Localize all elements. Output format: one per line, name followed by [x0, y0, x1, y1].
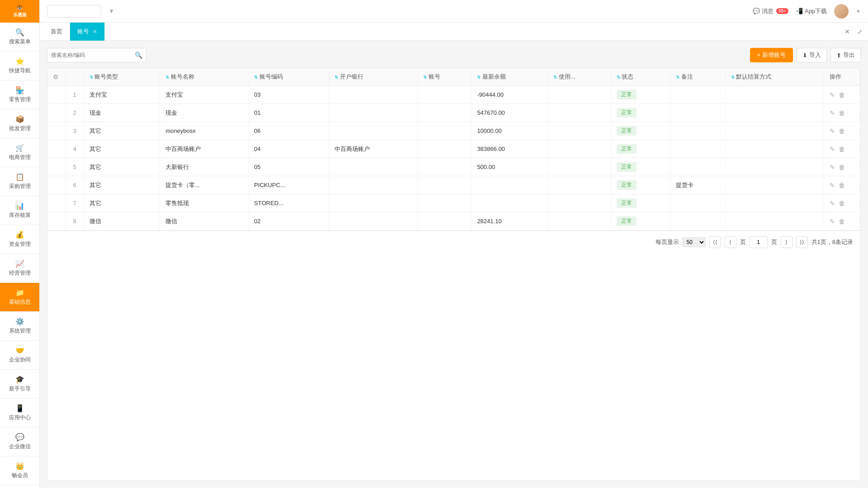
- sidebar-item-finance-mgmt[interactable]: 💰 资金管理: [0, 225, 39, 254]
- user-info-arrow[interactable]: ▼: [856, 9, 861, 14]
- col-account-name[interactable]: ⇅ 账号名称: [160, 68, 249, 86]
- delete-icon[interactable]: 🗑: [839, 218, 845, 225]
- page-first-button[interactable]: ⟨⟨: [709, 236, 721, 248]
- delete-icon[interactable]: 🗑: [839, 145, 845, 153]
- col-usage[interactable]: ⇅ 使用...: [548, 68, 611, 86]
- search-input[interactable]: [51, 52, 135, 58]
- cell-num: 3: [66, 122, 84, 140]
- sidebar-item-basic-info[interactable]: 📁 基础信息: [0, 283, 39, 312]
- delete-icon[interactable]: 🗑: [839, 164, 845, 171]
- per-page-select[interactable]: 50 100 200: [683, 237, 706, 247]
- search-icon[interactable]: 🔍: [135, 52, 142, 59]
- ecommerce-icon: 🛒: [15, 144, 24, 152]
- edit-icon[interactable]: ✎: [830, 145, 835, 153]
- edit-icon[interactable]: ✎: [830, 182, 835, 189]
- edit-icon[interactable]: ✎: [830, 91, 835, 99]
- tab-close-icon[interactable]: ✕: [93, 28, 97, 35]
- cell-remark: [670, 140, 726, 158]
- cell-account-code: 02: [249, 212, 329, 230]
- sidebar-item-retail-mgmt[interactable]: 🏪 零售管理: [0, 80, 39, 109]
- cell-usage: [548, 194, 611, 212]
- status-badge: 正常: [617, 162, 637, 172]
- cell-status: 正常: [611, 104, 670, 122]
- cell-num: 7: [66, 194, 84, 212]
- sidebar-item-enterprise-agreement[interactable]: 🤝 企业协同: [0, 341, 39, 370]
- edit-icon[interactable]: ✎: [830, 200, 835, 207]
- sidebar-item-member[interactable]: 👑 畅会员: [0, 456, 39, 485]
- cell-remark: [670, 86, 726, 104]
- app-download-button[interactable]: 📲 App下载: [796, 7, 827, 15]
- sidebar-item-operations-mgmt[interactable]: 📈 经营管理: [0, 254, 39, 283]
- cell-num: 1: [66, 86, 84, 104]
- sidebar-item-ecommerce-mgmt[interactable]: 🛒 电商管理: [0, 138, 39, 167]
- cell-settings: [47, 176, 66, 194]
- notification-badge: 99+: [776, 8, 788, 14]
- tab-home[interactable]: 首页: [43, 23, 70, 41]
- export-button[interactable]: ⬆ 导出: [830, 48, 861, 62]
- page-next-button[interactable]: ⟩: [781, 236, 793, 248]
- cell-actions: ✎ 🗑: [824, 194, 860, 212]
- delete-icon[interactable]: 🗑: [839, 109, 845, 117]
- sidebar-item-enterprise-wechat[interactable]: 💬 企业微信: [0, 427, 39, 456]
- sidebar-item-label: 经营管理: [9, 269, 31, 277]
- header-search-input[interactable]: [47, 5, 101, 18]
- tab-close-all-icon[interactable]: ✕: [843, 26, 852, 37]
- header-right: 💬 消息 99+ 📲 App下载 ▼: [753, 4, 861, 19]
- col-status[interactable]: ⇅ 状态: [611, 68, 670, 86]
- sidebar-item-inventory-calc[interactable]: 📊 库存核算: [0, 196, 39, 225]
- sidebar-item-purchase-mgmt[interactable]: 📋 采购管理: [0, 167, 39, 196]
- delete-icon[interactable]: 🗑: [839, 127, 845, 135]
- cell-balance: [472, 194, 548, 212]
- settings-icon[interactable]: ⚙: [53, 73, 59, 80]
- sidebar-item-quick-nav[interactable]: ⭐ 快捷导航: [0, 52, 39, 80]
- cell-settings: [47, 194, 66, 212]
- tab-expand-icon[interactable]: ⤢: [855, 26, 864, 37]
- col-account-type[interactable]: ⇅ 账号类型: [84, 68, 160, 86]
- cell-usage: [548, 176, 611, 194]
- table-row: 3 其它 moneybosx 06 10000.00 正常 ✎ 🗑: [47, 122, 860, 140]
- import-button[interactable]: ⬇ 导入: [797, 48, 827, 62]
- add-account-button[interactable]: + 新增账号: [750, 48, 793, 62]
- sort-icon: ⇅: [254, 75, 258, 80]
- sidebar-item-system-mgmt[interactable]: ⚙️ 系统管理: [0, 312, 39, 341]
- col-balance[interactable]: ⇅ 最新余额: [472, 68, 548, 86]
- col-account-no[interactable]: ⇅ 账号: [418, 68, 472, 86]
- edit-icon[interactable]: ✎: [830, 127, 835, 135]
- cell-account-code: 06: [249, 122, 329, 140]
- notification-label: 消息: [762, 7, 774, 15]
- dropdown-arrow-icon[interactable]: ▼: [108, 8, 114, 14]
- cell-settings: [47, 86, 66, 104]
- delete-icon[interactable]: 🗑: [839, 91, 845, 99]
- cell-account-name: 微信: [160, 212, 249, 230]
- edit-icon[interactable]: ✎: [830, 164, 835, 171]
- user-avatar[interactable]: [834, 4, 849, 19]
- sidebar-item-new-user-guide[interactable]: 🎓 新手引导: [0, 370, 39, 399]
- col-default-payment[interactable]: ⇅ 默认结算方式: [725, 68, 824, 86]
- page-last-button[interactable]: ⟩⟩: [796, 236, 808, 248]
- col-remark[interactable]: ⇅ 备注: [670, 68, 726, 86]
- notification-button[interactable]: 💬 消息 99+: [753, 7, 788, 15]
- cell-bank: [329, 176, 418, 194]
- delete-icon[interactable]: 🗑: [839, 200, 845, 207]
- app-logo: 🐯 乐惠版: [0, 0, 39, 23]
- edit-icon[interactable]: ✎: [830, 218, 835, 225]
- content-area: 🔍 + 新增账号 ⬇ 导入 ⬆ 导出: [40, 41, 868, 488]
- delete-icon[interactable]: 🗑: [839, 182, 845, 189]
- operations-icon: 📈: [15, 259, 24, 268]
- page-prev-button[interactable]: ⟨: [725, 236, 736, 248]
- sidebar-item-wholesale-mgmt[interactable]: 📦 批发管理: [0, 109, 39, 138]
- page-number-input[interactable]: [750, 236, 768, 248]
- cell-account-no: [418, 194, 472, 212]
- import-icon: ⬇: [802, 52, 807, 59]
- sidebar-item-search-menu[interactable]: 🔍 搜索菜单: [0, 23, 39, 52]
- sidebar-item-app-center[interactable]: 📱 应用中心: [0, 399, 39, 427]
- per-page-label: 每页显示: [656, 238, 679, 246]
- cell-balance: 28241.10: [472, 212, 548, 230]
- col-settings[interactable]: ⚙: [47, 68, 66, 86]
- cell-account-code: PICKUPC...: [249, 176, 329, 194]
- col-bank[interactable]: ⇅ 开户银行: [329, 68, 418, 86]
- edit-icon[interactable]: ✎: [830, 109, 835, 117]
- tab-account[interactable]: 账号 ✕: [70, 23, 105, 41]
- col-account-code[interactable]: ⇅ 账号编码: [249, 68, 329, 86]
- sidebar-item-label: 基础信息: [9, 298, 31, 306]
